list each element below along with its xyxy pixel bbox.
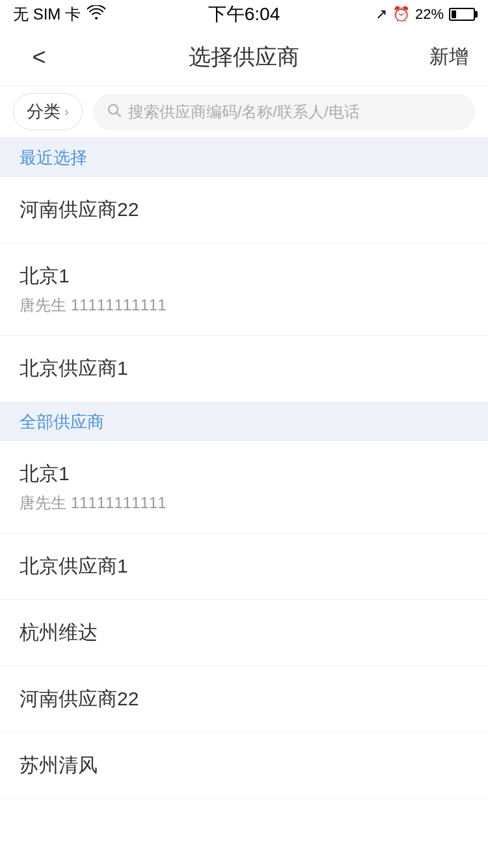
list-item[interactable]: 北京供应商1 xyxy=(0,534,488,600)
list-item-name: 北京1 xyxy=(20,263,468,290)
search-box[interactable]: 搜索供应商编码/名称/联系人/电话 xyxy=(93,94,475,130)
filter-bar: 分类 › 搜索供应商编码/名称/联系人/电话 xyxy=(0,86,488,138)
nav-bar: < 选择供应商 新增 xyxy=(0,29,488,86)
recent-list: 河南供应商22北京1唐先生 11111111111北京供应商1 xyxy=(0,177,488,402)
battery-percent: 22% xyxy=(415,6,444,23)
list-item-sub: 唐先生 11111111111 xyxy=(20,295,468,316)
list-item[interactable]: 河南供应商22 xyxy=(0,177,488,243)
svg-line-1 xyxy=(116,113,120,116)
battery-bar xyxy=(449,8,475,21)
list-item-name: 苏州清风 xyxy=(20,752,468,779)
alarm-icon: ⏰ xyxy=(392,6,410,23)
recent-section-label: 最近选择 xyxy=(20,146,87,169)
wifi-icon xyxy=(87,5,105,23)
list-item-name: 北京1 xyxy=(20,461,468,487)
status-bar: 无 SIM 卡 下午6:04 ↗ ⏰ 22% xyxy=(0,0,488,29)
list-item[interactable]: 北京1唐先生 11111111111 xyxy=(0,243,488,336)
add-button[interactable]: 新增 xyxy=(429,44,468,70)
list-item[interactable]: 北京1唐先生 11111111111 xyxy=(0,441,488,534)
list-item[interactable]: 苏州清风 xyxy=(0,733,488,799)
page-title: 选择供应商 xyxy=(189,42,299,72)
search-icon xyxy=(106,102,122,122)
chevron-right-icon: › xyxy=(64,104,69,119)
list-item[interactable]: 杭州维达 xyxy=(0,600,488,666)
list-item[interactable]: 北京供应商1 xyxy=(0,336,488,402)
status-left: 无 SIM 卡 xyxy=(13,4,105,25)
status-right: ↗ ⏰ 22% xyxy=(375,6,475,23)
battery-fill xyxy=(452,10,456,18)
list-item-name: 北京供应商1 xyxy=(20,553,468,580)
status-time: 下午6:04 xyxy=(208,2,280,27)
location-icon: ↗ xyxy=(375,6,387,23)
list-item-name: 北京供应商1 xyxy=(20,355,468,382)
list-item-name: 河南供应商22 xyxy=(20,197,468,223)
list-item-sub: 唐先生 11111111111 xyxy=(20,493,468,513)
all-section-label: 全部供应商 xyxy=(20,411,104,433)
category-label: 分类 xyxy=(27,100,61,123)
list-item[interactable]: 河南供应商22 xyxy=(0,666,488,733)
category-filter-button[interactable]: 分类 › xyxy=(13,93,83,130)
all-section-header: 全部供应商 xyxy=(0,402,488,441)
search-placeholder: 搜索供应商编码/名称/联系人/电话 xyxy=(128,102,360,122)
list-item-name: 河南供应商22 xyxy=(20,686,468,712)
back-button[interactable]: < xyxy=(20,38,59,77)
recent-section-header: 最近选择 xyxy=(0,138,488,177)
carrier-text: 无 SIM 卡 xyxy=(13,4,81,25)
all-list: 北京1唐先生 11111111111北京供应商1杭州维达河南供应商22苏州清风 xyxy=(0,441,488,799)
list-item-name: 杭州维达 xyxy=(20,619,468,646)
